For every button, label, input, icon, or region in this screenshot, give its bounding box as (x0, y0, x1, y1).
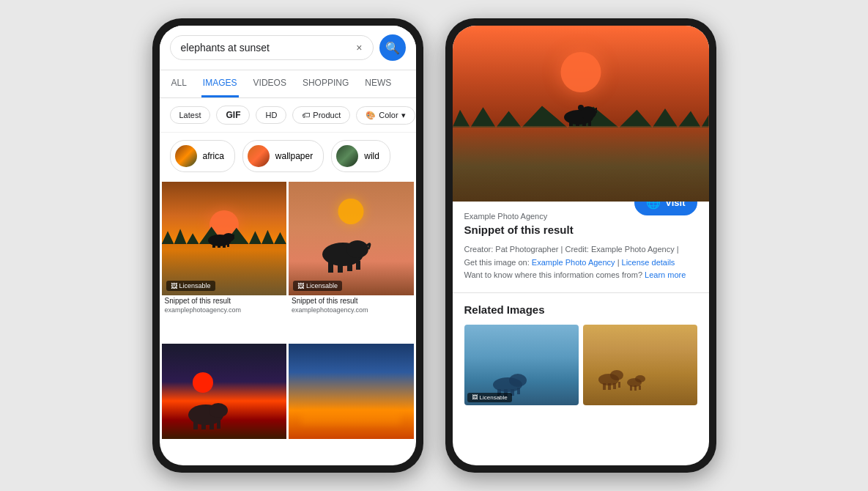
search-button[interactable]: 🔍 (379, 34, 406, 61)
svg-rect-37 (618, 382, 620, 388)
list-item[interactable] (162, 344, 287, 464)
svg-rect-35 (608, 383, 611, 390)
svg-rect-23 (588, 120, 591, 126)
product-icon: 🏷 (302, 111, 310, 119)
licensable-text-r1: Licensable (480, 394, 508, 401)
image-source-2: examplephotoagency.com (289, 306, 414, 317)
tab-shopping[interactable]: SHOPPING (301, 70, 350, 97)
sunset-clouds-image (289, 344, 414, 439)
filter-product[interactable]: 🏷 Product (292, 106, 350, 124)
meta-link-agency[interactable]: Example Photo Agency (532, 258, 615, 267)
meta-pipe: | (615, 258, 622, 267)
filter-hd[interactable]: HD (256, 106, 286, 124)
filter-color[interactable]: 🎨 Color ▾ (356, 106, 415, 125)
related-image-1[interactable]: 🖼 Licensable (464, 325, 579, 405)
related-grid: 🖼 Licensable (464, 325, 697, 405)
licensable-icon-1: 🖼 (171, 282, 177, 289)
filter-latest[interactable]: Latest (170, 106, 211, 124)
meta-link-license[interactable]: License details (622, 258, 675, 267)
svg-rect-14 (193, 422, 198, 429)
svg-rect-31 (517, 388, 520, 394)
svg-rect-17 (217, 421, 220, 429)
svg-rect-15 (201, 422, 206, 429)
cloud-glow (301, 410, 401, 424)
related-section: Related Images (453, 293, 709, 416)
tab-all[interactable]: ALL (170, 70, 188, 97)
meta-line1: Creator: Pat Photographer | Credit: Exam… (464, 245, 679, 254)
svg-rect-2 (212, 243, 215, 248)
image-card-1[interactable]: 🖼 Licensable (162, 182, 287, 295)
licensable-text-1: Licensable (179, 282, 211, 289)
africa-thumb (175, 145, 197, 167)
search-icon: 🔍 (385, 41, 400, 55)
elephant-red-image (162, 344, 287, 439)
svg-point-1 (223, 233, 234, 242)
list-item[interactable]: 🖼 Licensable Snippet of this result exam… (289, 182, 414, 342)
chevron-down-icon: ▾ (401, 111, 406, 120)
wallpaper-thumb (248, 145, 270, 167)
licensable-badge-1: 🖼 Licensable (166, 281, 215, 291)
svg-point-7 (346, 240, 368, 258)
image-source-1: examplephotoagency.com (162, 306, 287, 317)
search-input-wrapper[interactable]: elephants at sunset × (170, 35, 374, 60)
svg-rect-22 (582, 122, 586, 126)
svg-point-27 (509, 374, 527, 387)
clear-search-button[interactable]: × (356, 42, 362, 53)
suggestion-wallpaper-label: wallpaper (275, 151, 313, 161)
svg-rect-9 (338, 262, 343, 273)
suggestion-africa[interactable]: africa (170, 140, 235, 172)
svg-rect-3 (218, 243, 220, 248)
svg-rect-4 (223, 243, 226, 248)
svg-rect-16 (209, 422, 214, 429)
image-card-4[interactable] (289, 344, 414, 439)
svg-point-33 (610, 370, 623, 380)
svg-rect-8 (328, 262, 333, 273)
image-card-2[interactable]: 🖼 Licensable (289, 182, 414, 295)
search-query-text: elephants at sunset (181, 42, 351, 53)
images-grid: 🖼 Licensable Snippet of this result exam… (160, 180, 416, 465)
list-item[interactable] (289, 344, 414, 464)
color-icon: 🎨 (366, 111, 376, 120)
image-card-3[interactable] (162, 344, 287, 439)
meta-line2-prefix: Get this image on: (464, 258, 532, 267)
detail-title: Snippet of this result (464, 224, 697, 236)
detail-meta: Creator: Pat Photographer | Credit: Exam… (464, 243, 697, 282)
elephant-svg-3 (180, 393, 231, 429)
phones-container: elephants at sunset × 🔍 ALL IMAGES VIDEO… (152, 18, 716, 473)
related-elephant-svg-2 (594, 356, 645, 393)
related-image-2[interactable] (583, 325, 697, 405)
related-licensable-1: 🖼 Licensable (467, 393, 512, 402)
svg-rect-20 (569, 122, 573, 126)
svg-rect-25 (579, 111, 583, 117)
wild-thumb (336, 145, 358, 167)
related-title: Related Images (464, 303, 697, 316)
elephant-walk-image (289, 182, 414, 295)
svg-rect-11 (356, 261, 360, 270)
detail-hero-image (453, 26, 709, 202)
svg-rect-5 (227, 242, 229, 247)
svg-rect-10 (347, 262, 352, 271)
svg-rect-36 (613, 383, 616, 389)
meta-link-learn[interactable]: Learn more (645, 270, 686, 279)
filter-gif[interactable]: GIF (216, 106, 250, 125)
svg-rect-42 (639, 385, 641, 390)
sun-2 (338, 199, 364, 224)
search-bar: elephants at sunset × 🔍 (160, 26, 416, 70)
image-caption-2: Snippet of this result (289, 295, 414, 306)
tab-news[interactable]: NEWS (363, 70, 393, 97)
elephant-svg-2 (314, 229, 372, 273)
phone-1-screen: elephants at sunset × 🔍 ALL IMAGES VIDEO… (160, 26, 416, 465)
suggestion-wallpaper[interactable]: wallpaper (242, 140, 324, 172)
suggestion-wild[interactable]: wild (331, 140, 390, 172)
list-item[interactable]: 🖼 Licensable Snippet of this result exam… (162, 182, 287, 342)
svg-rect-34 (603, 383, 606, 390)
svg-rect-21 (576, 122, 579, 126)
suggestion-wild-label: wild (364, 151, 379, 161)
detail-elephant-svg (560, 97, 597, 126)
nav-tabs: ALL IMAGES VIDEOS SHOPPING NEWS (160, 70, 416, 98)
licensable-icon-r1: 🖼 (472, 394, 478, 401)
svg-point-13 (209, 403, 228, 418)
tab-images[interactable]: IMAGES (201, 70, 239, 97)
svg-point-39 (635, 375, 645, 383)
tab-videos[interactable]: VIDEOS (252, 70, 288, 97)
